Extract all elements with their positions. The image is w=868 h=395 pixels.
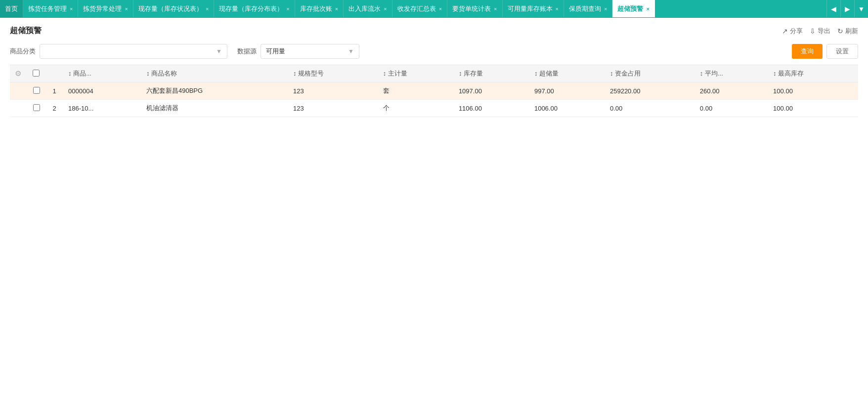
category-chevron-icon: ▼: [216, 48, 222, 55]
row-num-1: 1: [45, 82, 63, 100]
nav-close-quality[interactable]: ×: [604, 6, 607, 12]
category-filter: 商品分类 ▼: [10, 44, 227, 59]
row-checkbox-cell-1: [28, 82, 45, 100]
page-title: 超储预警: [10, 26, 42, 36]
filter-actions: 查询 设置: [792, 44, 858, 59]
nav-item-available[interactable]: 可用量库存账本×: [503, 0, 564, 18]
nav-close-task[interactable]: ×: [70, 6, 73, 12]
nav-item-label-stock-status: 现存量（库存状况表）: [138, 4, 203, 13]
col-capital-label: 资金占用: [615, 70, 641, 77]
settings-button[interactable]: 设置: [826, 44, 858, 59]
col-spec-label: 规格型号: [298, 70, 324, 77]
row-checkbox-2[interactable]: [33, 104, 40, 111]
row-checkbox-1[interactable]: [33, 87, 40, 94]
nav-item-stock-status[interactable]: 现存量（库存状况表）×: [133, 0, 214, 18]
row-maxstock-2: 100.00: [768, 100, 858, 117]
col-code-header[interactable]: ↕ 商品...: [63, 65, 141, 82]
row-name-1: 六配套新昌490BPG: [141, 82, 288, 100]
refresh-button[interactable]: ↻ 刷新: [837, 27, 858, 36]
nav-arrows: ◀ ▶ ▼: [826, 0, 868, 18]
row-avg-2: 0.00: [695, 100, 768, 117]
nav-item-label-overstock: 超储预警: [617, 4, 643, 13]
nav-item-label-home: 首页: [5, 4, 18, 13]
col-settings: ⚙: [10, 65, 28, 82]
nav-item-label-order-stat: 要货单统计表: [452, 4, 491, 13]
col-capital-header[interactable]: ↕ 资金占用: [605, 65, 695, 82]
top-navigation: 首页拣货任务管理×拣货异常处理×现存量（库存状况表）×现存量（库存分布表）×库存…: [0, 0, 868, 18]
row-code-1: 0000004: [63, 82, 141, 100]
nav-close-stock-status[interactable]: ×: [206, 6, 209, 12]
nav-item-inout[interactable]: 出入库流水×: [344, 0, 392, 18]
col-num-header: [45, 65, 63, 82]
datasource-filter: 数据源 可用量 ▼: [237, 44, 359, 59]
row-capital-2: 0.00: [605, 100, 695, 117]
nav-close-summary[interactable]: ×: [439, 6, 442, 12]
row-capital-1: 259220.00: [605, 82, 695, 100]
col-avg-header[interactable]: ↕ 平均...: [695, 65, 768, 82]
nav-item-summary[interactable]: 收发存汇总表×: [392, 0, 447, 18]
query-button[interactable]: 查询: [792, 44, 823, 59]
row-checkbox-cell-2: [28, 100, 45, 117]
export-button[interactable]: ⇩ 导出: [810, 27, 830, 36]
row-maxstock-1: 100.00: [768, 82, 858, 100]
table-row: 10000004六配套新昌490BPG123套1097.00997.002592…: [10, 82, 858, 100]
col-maxstock-header[interactable]: ↕ 最高库存: [768, 65, 858, 82]
nav-close-overstock[interactable]: ×: [646, 6, 649, 12]
row-settings-cell-2: [10, 100, 28, 117]
share-button[interactable]: ↗ 分享: [782, 27, 803, 36]
nav-close-inout[interactable]: ×: [384, 6, 387, 12]
col-name-header[interactable]: ↕ 商品名称: [141, 65, 288, 82]
row-num-2: 2: [45, 100, 63, 117]
nav-item-exception[interactable]: 拣货异常处理×: [78, 0, 133, 18]
page-title-row: 超储预警 ↗ 分享 ⇩ 导出 ↻ 刷新: [10, 26, 858, 36]
nav-item-overstock[interactable]: 超储预警×: [612, 0, 654, 18]
category-select[interactable]: ▼: [40, 44, 227, 59]
col-code-label: 商品...: [73, 70, 91, 77]
nav-item-label-exception: 拣货异常处理: [83, 4, 122, 13]
row-spec-1: 123: [288, 82, 378, 100]
table-body: 10000004六配套新昌490BPG123套1097.00997.002592…: [10, 82, 858, 117]
row-name-2: 机油滤清器: [141, 100, 288, 117]
datasource-label: 数据源: [237, 47, 257, 56]
nav-item-quality[interactable]: 保质期查询×: [564, 0, 612, 18]
nav-item-order-stat[interactable]: 要货单统计表×: [447, 0, 502, 18]
col-name-label: 商品名称: [151, 70, 177, 77]
nav-item-stock-dist[interactable]: 现存量（库存分布表）×: [214, 0, 295, 18]
col-overstock-label: 超储量: [539, 70, 559, 77]
export-icon: ⇩: [810, 27, 816, 35]
col-stock-label: 库存量: [464, 70, 483, 77]
col-spec-header[interactable]: ↕ 规格型号: [288, 65, 378, 82]
row-stock-2: 1106.00: [454, 100, 529, 117]
nav-close-available[interactable]: ×: [556, 6, 559, 12]
table-header: ⚙ ↕ 商品... ↕ 商品名称 ↕ 规格型号: [10, 65, 858, 82]
nav-close-exception[interactable]: ×: [125, 6, 128, 12]
row-code-2: 186-10...: [63, 100, 141, 117]
nav-close-stock-dist[interactable]: ×: [286, 6, 289, 12]
nav-item-task[interactable]: 拣货任务管理×: [23, 0, 78, 18]
nav-item-label-stock-dist: 现存量（库存分布表）: [219, 4, 283, 13]
row-overstock-2: 1006.00: [529, 100, 605, 117]
row-avg-1: 260.00: [695, 82, 768, 100]
nav-close-order-stat[interactable]: ×: [494, 6, 497, 12]
refresh-icon: ↻: [837, 27, 843, 35]
nav-item-label-available: 可用量库存账本: [508, 4, 553, 13]
nav-close-batch[interactable]: ×: [335, 6, 338, 12]
nav-menu-button[interactable]: ▼: [854, 0, 868, 18]
select-all-checkbox[interactable]: [33, 70, 40, 77]
nav-item-home[interactable]: 首页: [0, 0, 23, 18]
row-overstock-1: 997.00: [529, 82, 605, 100]
col-unit-header[interactable]: ↕ 主计量: [378, 65, 454, 82]
col-overstock-header[interactable]: ↕ 超储量: [529, 65, 605, 82]
datasource-select-value: 可用量: [266, 47, 285, 56]
nav-item-label-inout: 出入库流水: [348, 4, 381, 13]
datasource-select[interactable]: 可用量 ▼: [260, 44, 359, 59]
nav-right-button[interactable]: ▶: [840, 0, 854, 18]
nav-item-label-quality: 保质期查询: [569, 4, 601, 13]
nav-item-batch[interactable]: 库存批次账×: [295, 0, 344, 18]
row-stock-1: 1097.00: [454, 82, 529, 100]
row-unit-2: 个: [378, 100, 454, 117]
nav-left-button[interactable]: ◀: [826, 0, 840, 18]
row-unit-1: 套: [378, 82, 454, 100]
settings-gear-icon[interactable]: ⚙: [15, 69, 21, 78]
col-stock-header[interactable]: ↕ 库存量: [454, 65, 529, 82]
